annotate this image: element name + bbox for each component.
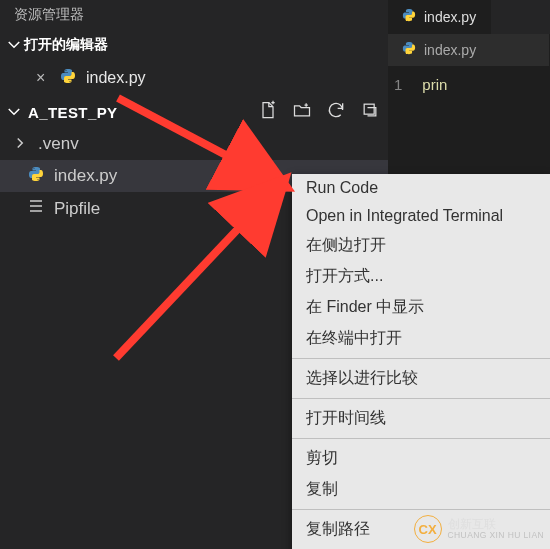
watermark-en: CHUANG XIN HU LIAN: [448, 531, 544, 540]
chevron-down-icon: [8, 106, 20, 118]
line-number: 1: [394, 76, 402, 93]
python-icon: [402, 8, 416, 26]
watermark-logo: CX: [414, 515, 442, 543]
close-icon[interactable]: ×: [36, 69, 50, 87]
menu-item[interactable]: 选择以进行比较: [292, 363, 550, 394]
menu-separator: [292, 438, 550, 439]
python-icon: [28, 166, 44, 186]
python-icon: [402, 41, 416, 59]
tree-label: .venv: [38, 134, 79, 154]
watermark: CX 创新互联 CHUANG XIN HU LIAN: [414, 515, 544, 543]
tree-folder-venv[interactable]: .venv: [0, 128, 388, 160]
tab-label: index.py: [424, 9, 476, 25]
new-file-icon[interactable]: [258, 100, 278, 124]
tab-secondary[interactable]: index.py: [388, 34, 550, 66]
tab-active[interactable]: index.py: [388, 0, 491, 34]
menu-separator: [292, 509, 550, 510]
watermark-zh: 创新互联: [448, 518, 544, 531]
new-folder-icon[interactable]: [292, 100, 312, 124]
chevron-right-icon: [14, 134, 28, 154]
tab-label: index.py: [424, 42, 476, 58]
open-editors-label: 打开的编辑器: [24, 36, 108, 54]
tree-label: index.py: [54, 166, 117, 186]
python-icon: [60, 68, 76, 88]
menu-item[interactable]: 在 Finder 中显示: [292, 292, 550, 323]
menu-separator: [292, 358, 550, 359]
menu-item[interactable]: 剪切: [292, 443, 550, 474]
file-lines-icon: [28, 198, 44, 219]
menu-item[interactable]: 复制相对路径: [292, 545, 550, 549]
refresh-icon[interactable]: [326, 100, 346, 124]
menu-item[interactable]: Run Code: [292, 174, 550, 202]
explorer-title: 资源管理器: [0, 0, 388, 30]
tab-bar: index.py: [388, 0, 550, 34]
menu-item[interactable]: 在终端中打开: [292, 323, 550, 354]
menu-item[interactable]: 打开方式...: [292, 261, 550, 292]
menu-separator: [292, 398, 550, 399]
project-actions: [258, 100, 380, 124]
menu-item[interactable]: 在侧边打开: [292, 230, 550, 261]
tree-label: Pipfile: [54, 199, 100, 219]
open-editor-item[interactable]: × index.py: [0, 64, 388, 92]
collapse-all-icon[interactable]: [360, 100, 380, 124]
open-editors-header[interactable]: 打开的编辑器: [0, 30, 388, 60]
menu-item[interactable]: Open in Integrated Terminal: [292, 202, 550, 230]
open-editors-list: × index.py: [0, 60, 388, 96]
code-line[interactable]: 1 prin: [388, 66, 550, 103]
context-menu: Run CodeOpen in Integrated Terminal在侧边打开…: [292, 174, 550, 549]
svg-rect-0: [364, 104, 374, 114]
chevron-down-icon: [8, 39, 20, 51]
project-header[interactable]: A_TEST_PY: [0, 96, 388, 128]
code-text: prin: [422, 76, 447, 93]
menu-item[interactable]: 复制: [292, 474, 550, 505]
editor-filename: index.py: [86, 69, 146, 87]
project-name-label: A_TEST_PY: [28, 104, 117, 121]
menu-item[interactable]: 打开时间线: [292, 403, 550, 434]
